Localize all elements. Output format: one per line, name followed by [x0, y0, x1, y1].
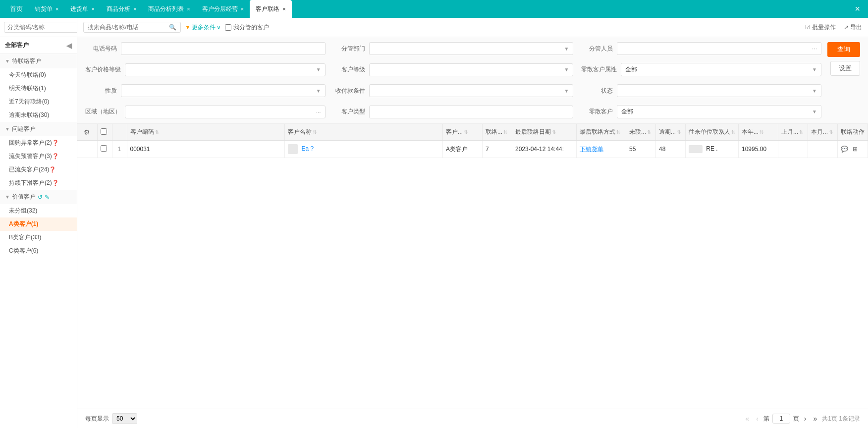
first-page-button[interactable]: «: [743, 415, 751, 423]
my-customers-checkbox[interactable]: 我分管的客户: [225, 23, 269, 32]
th-action: 联络动作: [838, 124, 868, 141]
filter-customer-level: 客户等级 ▼: [333, 63, 574, 76]
nature-select[interactable]: ▼: [121, 84, 326, 97]
close-icon[interactable]: ×: [241, 6, 244, 12]
sidebar-item-ungrouped[interactable]: 未分组(32): [0, 204, 77, 217]
arrow-icon: ▼: [5, 194, 10, 200]
sidebar-search-input[interactable]: [4, 22, 77, 33]
th-code[interactable]: 客户编码⇅: [127, 124, 285, 141]
th-this-month[interactable]: 本月...⇅: [808, 124, 838, 141]
sidebar-item-overdue[interactable]: 逾期未联络(30): [0, 108, 77, 122]
close-icon[interactable]: ×: [187, 6, 190, 12]
nav-home[interactable]: 首页: [4, 4, 29, 13]
settings-icon[interactable]: ⚙: [84, 128, 90, 136]
close-icon[interactable]: ×: [282, 6, 285, 12]
last-page-button[interactable]: »: [812, 415, 819, 423]
sidebar-item-class-a[interactable]: A类客户(1): [0, 217, 77, 231]
select-all-checkbox[interactable]: [101, 128, 107, 135]
sidebar-item-class-c[interactable]: C类客户(6): [0, 244, 77, 258]
search-box[interactable]: 🔍: [83, 22, 181, 33]
th-last-method[interactable]: 最后联络方式⇅: [577, 124, 626, 141]
window-close-button[interactable]: ×: [851, 4, 864, 14]
filter-row-1: 电话号码 分管部门 ▼ 分管人员 ···: [85, 42, 821, 55]
sidebar-item-today[interactable]: 今天待联络(0): [0, 68, 77, 82]
nav-tab-analysis[interactable]: 商品分析 ×: [101, 0, 142, 18]
sidebar-item-declining[interactable]: 持续下滑客户(2) ❓: [0, 176, 77, 190]
sidebar-item-class-b[interactable]: B类客户(33): [0, 231, 77, 244]
export-button[interactable]: ↗ 导出: [844, 23, 862, 32]
export-icon: ↗: [844, 24, 849, 31]
sidebar-item-churned[interactable]: 已流失客户(24) ❓: [0, 163, 77, 176]
nav-tab-customer-contact[interactable]: 客户联络 ×: [250, 0, 291, 18]
sidebar-item-repurchase-abnormal[interactable]: 回购异常客户(2) ❓: [0, 136, 77, 150]
sort-icon: ⇅: [155, 129, 159, 135]
sidebar-all-customers[interactable]: 全部客户 ◀: [0, 37, 77, 54]
edit-icon[interactable]: ✎: [45, 194, 50, 201]
page-size-select[interactable]: 10 20 50 100: [112, 413, 137, 424]
filter-bar: 🔍 ▼ 更多条件 ∨ 我分管的客户 ☑ 批量操作 ↗ 导出: [77, 18, 868, 37]
close-icon[interactable]: ×: [91, 6, 94, 12]
nav-tab-purchase[interactable]: 进货单 ×: [64, 0, 100, 18]
refresh-icon[interactable]: ↺: [38, 194, 43, 201]
dept-select[interactable]: ▼: [369, 42, 574, 55]
close-icon[interactable]: ×: [133, 6, 136, 12]
chat-action-icon[interactable]: 💬: [841, 146, 848, 153]
row-checkbox[interactable]: [101, 145, 107, 152]
sidebar-item-week[interactable]: 近7天待联络(0): [0, 95, 77, 108]
td-last-method[interactable]: 下销货单: [577, 141, 626, 158]
th-contact[interactable]: 联络...⇅: [483, 124, 512, 141]
price-level-label: 客户价格等级: [85, 65, 121, 74]
filter-retail-customer: 零散客户 全部▼: [581, 105, 821, 118]
retail-attr-select[interactable]: 全部▼: [621, 63, 821, 76]
th-overdue[interactable]: 逾期...⇅: [656, 124, 686, 141]
settings-button[interactable]: 设置: [830, 61, 860, 76]
sidebar-item-tomorrow[interactable]: 明天待联络(1): [0, 82, 77, 95]
th-type[interactable]: 客户...⇅: [443, 124, 483, 141]
search-icon[interactable]: 🔍: [169, 24, 176, 31]
manager-label: 分管人员: [581, 45, 613, 53]
collapse-icon[interactable]: ◀: [66, 42, 72, 50]
more-conditions-button[interactable]: ▼ 更多条件 ∨: [185, 23, 221, 32]
next-page-button[interactable]: ›: [802, 415, 809, 423]
filter-customer-type: 客户类型: [333, 106, 574, 118]
td-action: 💬 ⊞: [838, 141, 868, 158]
sidebar-item-churn-warning[interactable]: 流失预警客户(3) ❓: [0, 150, 77, 163]
status-select[interactable]: ▼: [617, 84, 821, 97]
filter-phone: 电话号码: [85, 42, 326, 55]
grid-action-icon[interactable]: ⊞: [853, 146, 858, 153]
region-input[interactable]: ···: [125, 106, 326, 118]
retail-customer-select[interactable]: 全部▼: [617, 105, 821, 118]
query-button[interactable]: 查询: [827, 42, 860, 57]
th-last-date[interactable]: 最后联络日期⇅: [512, 124, 577, 141]
filter-dept: 分管部门 ▼: [333, 42, 574, 55]
nav-tab-customer-tier[interactable]: 客户分层经营 ×: [196, 0, 250, 18]
th-unit-contact[interactable]: 往来单位联系人⇅: [686, 124, 739, 141]
close-icon[interactable]: ×: [55, 6, 58, 12]
td-no-contact: 55: [626, 141, 656, 158]
price-level-select[interactable]: ▼: [125, 63, 326, 76]
prev-page-button[interactable]: ‹: [754, 415, 760, 423]
bulk-operation-button[interactable]: ☑ 批量操作: [805, 23, 836, 32]
th-no-contact[interactable]: 未联...⇅: [626, 124, 656, 141]
th-name[interactable]: 客户名称⇅: [285, 124, 443, 141]
phone-input[interactable]: [121, 42, 326, 55]
td-settings: [77, 141, 97, 158]
nav-tab-analysis-list[interactable]: 商品分析列表 ×: [142, 0, 196, 18]
th-settings[interactable]: ⚙: [77, 124, 97, 141]
nav-tab-sales[interactable]: 销货单 ×: [29, 0, 64, 18]
th-this-year[interactable]: 本年...⇅: [739, 124, 778, 141]
total-records-info: 共1页 1条记录: [822, 415, 860, 423]
page-number-input[interactable]: [772, 414, 790, 424]
td-type: A类客户: [443, 141, 483, 158]
customer-level-select[interactable]: ▼: [369, 63, 574, 76]
table-header-row: ⚙ 客户编码⇅ 客户名称⇅ 客户...⇅: [77, 124, 868, 141]
my-customers-check[interactable]: [225, 24, 231, 31]
search-input[interactable]: [88, 24, 167, 31]
payment-select[interactable]: ▼: [369, 84, 574, 97]
th-last-month[interactable]: 上月...⇅: [778, 124, 808, 141]
customer-type-input[interactable]: [369, 106, 574, 118]
sort-icon: ⇅: [503, 129, 507, 135]
manager-input[interactable]: ···: [617, 42, 821, 55]
pagination: 每页显示 10 20 50 100 « ‹ 第 页 › » 共1页 1条记录: [77, 409, 868, 428]
content-area: 🔍 ▼ 更多条件 ∨ 我分管的客户 ☑ 批量操作 ↗ 导出: [77, 18, 868, 428]
